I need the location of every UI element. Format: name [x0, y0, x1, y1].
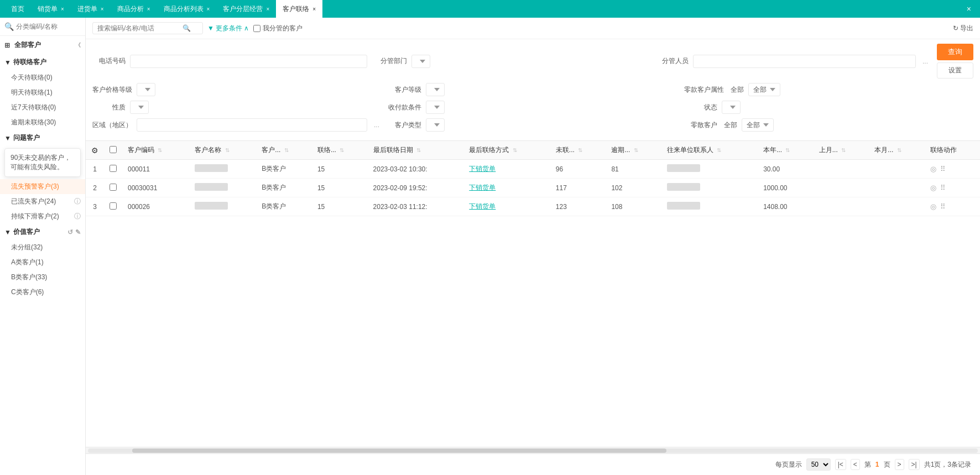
close-icon[interactable]: ×	[61, 6, 64, 12]
sidebar-item-b-class[interactable]: B类客户(33)	[0, 270, 85, 285]
close-icon[interactable]: ×	[312, 6, 316, 12]
th-last-date[interactable]: 最后联络日期 ⇅	[368, 141, 464, 160]
customer-type-select[interactable]	[426, 118, 445, 132]
pagination-prev-btn[interactable]: <	[851, 459, 860, 470]
zero-customer-select[interactable]: 全部	[742, 118, 774, 132]
row-this-month-2	[869, 179, 925, 197]
th-year-amount[interactable]: 本年... ⇅	[758, 141, 814, 160]
pagination-first-btn[interactable]: |<	[835, 459, 846, 470]
nav-tab-product-analysis[interactable]: 商品分析 ×	[111, 0, 157, 18]
filter-search-input[interactable]	[97, 24, 180, 32]
th-checkbox[interactable]	[104, 141, 122, 160]
person-ellipsis[interactable]: ...	[920, 56, 930, 66]
payment-select[interactable]	[426, 101, 445, 114]
row-select-1[interactable]	[110, 165, 117, 172]
row-checkbox-1[interactable]	[104, 160, 122, 179]
row-last-way-1[interactable]: 下销货单	[463, 160, 550, 179]
pagination-last-btn[interactable]: >|	[909, 459, 920, 470]
th-overdue[interactable]: 逾期... ⇅	[606, 141, 661, 160]
sidebar-item-ungrouped[interactable]: 未分组(32)	[0, 240, 85, 255]
phone-input[interactable]	[130, 55, 367, 68]
th-name[interactable]: 客户名称 ⇅	[189, 141, 256, 160]
nav-tab-customer-layer[interactable]: 客户分层经营 ×	[216, 0, 276, 18]
th-last-way[interactable]: 最后联络方式 ⇅	[463, 141, 550, 160]
more-action-btn[interactable]: ⠿	[940, 165, 946, 173]
th-contact-person[interactable]: 往来单位联系人 ⇅	[661, 141, 758, 160]
my-customers-checkbox[interactable]	[253, 25, 260, 32]
sidebar-search-input[interactable]	[16, 23, 86, 30]
nav-tab-product-list[interactable]: 商品分析列表 ×	[157, 0, 217, 18]
more-conditions-btn[interactable]: ▼ 更多条件 ∧	[207, 24, 249, 33]
sidebar-item-a-class[interactable]: A类客户(1)	[0, 255, 85, 270]
contact-action-btn[interactable]: ◎	[930, 202, 936, 211]
sidebar-item-churn-warning[interactable]: 流失预警客户(3)	[0, 179, 85, 194]
refresh-icon[interactable]: ↺	[67, 228, 73, 236]
row-checkbox-2[interactable]	[104, 179, 122, 197]
close-icon[interactable]: ×	[147, 6, 150, 12]
contact-action-btn[interactable]: ◎	[930, 165, 936, 173]
th-settings[interactable]: ⚙	[86, 141, 104, 160]
row-last-way-3[interactable]: 下销货单	[463, 197, 550, 216]
collapse-icon[interactable]: 《	[75, 41, 81, 49]
zero-attr-select[interactable]: 全部	[748, 83, 780, 96]
nav-home[interactable]: 首页	[4, 0, 31, 18]
export-btn[interactable]: ↻ 导出	[953, 24, 973, 33]
row-last-way-2[interactable]: 下销货单	[463, 179, 550, 197]
payment-wrapper	[426, 101, 677, 114]
sidebar-section-value[interactable]: ▼ 价值客户 ↺ ✎	[0, 224, 85, 240]
th-code[interactable]: 客户编码 ⇅	[122, 141, 189, 160]
dept-select[interactable]	[411, 55, 430, 68]
close-icon[interactable]: ×	[101, 6, 104, 12]
nature-select[interactable]	[130, 101, 149, 114]
scrollbar-track[interactable]	[88, 448, 978, 453]
settings-button[interactable]: 设置	[937, 62, 973, 79]
th-unlocked[interactable]: 未联... ⇅	[550, 141, 606, 160]
nav-tab-sales[interactable]: 销货单 ×	[31, 0, 71, 18]
close-icon[interactable]: ×	[266, 6, 269, 12]
row-checkbox-3[interactable]	[104, 197, 122, 216]
th-last-month[interactable]: 上月... ⇅	[814, 141, 869, 160]
more-action-btn[interactable]: ⠿	[940, 184, 946, 192]
sidebar-item-declining[interactable]: 持续下滑客户(2) ⓘ	[0, 209, 85, 224]
query-button[interactable]: 查询	[937, 44, 973, 60]
price-level-select[interactable]	[137, 83, 155, 96]
status-select[interactable]	[722, 101, 741, 114]
customer-level-select[interactable]	[426, 83, 445, 96]
area-input[interactable]	[137, 118, 367, 132]
nav-tab-customer-contact[interactable]: 客户联络 ×	[276, 0, 322, 18]
row-actions-2[interactable]: ◎ ⠿	[925, 179, 980, 197]
row-actions-1[interactable]: ◎ ⠿	[925, 160, 980, 179]
my-customers-filter[interactable]: 我分管的客户	[253, 24, 303, 33]
sidebar-item-c-class[interactable]: C类客户(6)	[0, 285, 85, 300]
sidebar-all-customers[interactable]: ⊞ 全部客户 《	[0, 36, 85, 54]
scrollbar-thumb[interactable]	[132, 448, 666, 453]
person-input[interactable]	[693, 55, 916, 68]
sidebar-item-churned[interactable]: 已流失客户(24) ⓘ	[0, 194, 85, 209]
horizontal-scrollbar[interactable]	[86, 447, 980, 453]
th-this-month[interactable]: 本月... ⇅	[869, 141, 925, 160]
settings-icon[interactable]: ⚙	[91, 146, 98, 155]
sidebar-item-7days[interactable]: 近7天待联络(0)	[0, 100, 85, 115]
close-icon[interactable]: ×	[207, 6, 210, 12]
row-select-2[interactable]	[110, 184, 117, 191]
sidebar-section-problem[interactable]: ▼ 问题客户	[0, 130, 85, 146]
contact-action-btn[interactable]: ◎	[930, 184, 936, 192]
more-action-btn[interactable]: ⠿	[940, 202, 946, 211]
filter-top-bar: 🔍 ▼ 更多条件 ∧ 我分管的客户 ↻ 导出	[86, 18, 980, 39]
sidebar-item-tomorrow[interactable]: 明天待联络(1)	[0, 85, 85, 100]
edit-icon[interactable]: ✎	[75, 228, 81, 236]
th-contact[interactable]: 联络... ⇅	[312, 141, 368, 160]
table-container[interactable]: ⚙ 客户编码 ⇅ 客户名称 ⇅	[86, 141, 980, 447]
pagination-next-btn[interactable]: >	[895, 459, 904, 470]
sidebar-item-today[interactable]: 今天待联络(0)	[0, 70, 85, 85]
row-select-3[interactable]	[110, 202, 117, 210]
area-ellipsis[interactable]: ...	[372, 120, 382, 130]
th-type[interactable]: 客户... ⇅	[256, 141, 312, 160]
sidebar-section-pending[interactable]: ▼ 待联络客户	[0, 54, 85, 70]
per-page-select[interactable]: 50	[806, 458, 831, 471]
nav-tab-purchase[interactable]: 进货单 ×	[71, 0, 111, 18]
row-actions-3[interactable]: ◎ ⠿	[925, 197, 980, 216]
select-all-checkbox[interactable]	[110, 146, 117, 153]
window-close-button[interactable]: ×	[962, 4, 976, 13]
sidebar-item-overdue[interactable]: 逾期未联络(30)	[0, 115, 85, 130]
